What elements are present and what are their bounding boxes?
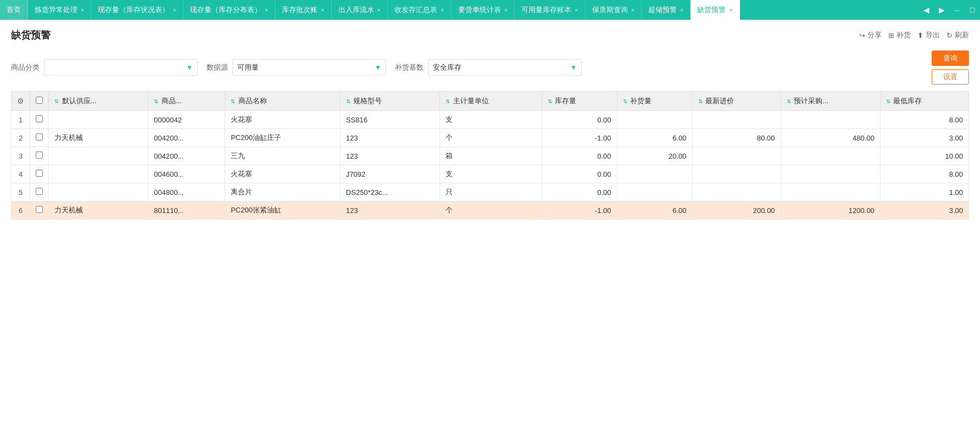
- main-content: 缺货预警 ↪ 分享 ⊞ 补货 ⬆ 导出 ↻ 刷新 商品分类: [0, 20, 980, 437]
- row-unit: 箱: [440, 147, 542, 165]
- row-select-checkbox[interactable]: [36, 133, 43, 141]
- th-estimated-purchase[interactable]: ⇅ 预计采购...: [781, 92, 880, 111]
- sort-icon: ⇅: [154, 98, 158, 104]
- row-estimated-purchase: 1200.00: [781, 201, 880, 220]
- row-min-stock: 8.00: [880, 111, 968, 129]
- row-index: 3: [12, 147, 30, 165]
- row-replenish-qty: [617, 183, 692, 201]
- sort-icon: ⇅: [698, 98, 703, 104]
- close-tab-overstock-warning[interactable]: ×: [680, 7, 683, 13]
- close-tab-inout-flow[interactable]: ×: [377, 7, 381, 13]
- close-tab-batch-account[interactable]: ×: [321, 7, 324, 13]
- tab-expiry-query[interactable]: 保质期查询 ×: [586, 0, 642, 20]
- row-unit: 支: [440, 111, 542, 129]
- tab-home[interactable]: 首页: [0, 0, 28, 20]
- tab-receive-summary[interactable]: 收发存汇总表 ×: [388, 0, 451, 20]
- close-tab-requisition-stats[interactable]: ×: [504, 7, 508, 13]
- tab-batch-account[interactable]: 库存批次账 ×: [275, 0, 331, 20]
- th-unit[interactable]: ⇅ 主计量单位: [440, 92, 542, 111]
- close-tab-exception[interactable]: ×: [81, 7, 84, 13]
- tab-exception[interactable]: 炼货异常处理 ×: [28, 0, 91, 20]
- row-checkbox[interactable]: [30, 147, 49, 165]
- row-select-checkbox[interactable]: [36, 152, 43, 159]
- export-icon: ⬆: [917, 31, 923, 40]
- refresh-button[interactable]: ↻ 刷新: [946, 30, 969, 40]
- header-actions: ↪ 分享 ⊞ 补货 ⬆ 导出 ↻ 刷新: [859, 30, 969, 40]
- row-checkbox[interactable]: [30, 183, 49, 201]
- share-button[interactable]: ↪ 分享: [859, 30, 882, 40]
- minimize-button[interactable]: –: [949, 0, 965, 20]
- tab-requisition-stats[interactable]: 要货单统计表 ×: [452, 0, 515, 20]
- th-stock-qty[interactable]: ⇅ 库存量: [542, 92, 617, 111]
- row-latest-price: 80.00: [692, 129, 781, 147]
- row-select-checkbox[interactable]: [36, 188, 43, 195]
- replenish-base-select-value: 安全库存: [433, 63, 461, 72]
- close-tab-receive-summary[interactable]: ×: [441, 7, 444, 13]
- th-replenish-qty[interactable]: ⇅ 补货量: [617, 92, 692, 111]
- tab-inventory-status[interactable]: 现存量（库存状况表） ×: [91, 0, 183, 20]
- th-product-code[interactable]: ⇅ 商品...: [148, 92, 225, 111]
- page-header: 缺货预警 ↪ 分享 ⊞ 补货 ⬆ 导出 ↻ 刷新: [11, 29, 969, 42]
- settings-button[interactable]: 设置: [932, 69, 969, 85]
- category-label: 商品分类: [11, 63, 40, 72]
- row-product-code: 004200...: [148, 129, 225, 147]
- row-product-code: 004600...: [148, 165, 225, 183]
- row-select-checkbox[interactable]: [36, 115, 43, 122]
- table-row: 4004600...火花塞J7092支0.008.00: [12, 165, 969, 183]
- row-replenish-qty: [617, 165, 692, 183]
- category-select[interactable]: ▼: [44, 59, 198, 76]
- tab-available-ledger[interactable]: 可用量库存账本 ×: [515, 0, 585, 20]
- row-unit: 支: [440, 165, 542, 183]
- row-product-code: 801110...: [148, 201, 225, 220]
- tab-shortage-warning[interactable]: 缺货预警 ×: [691, 0, 739, 20]
- th-latest-price[interactable]: ⇅ 最新进价: [692, 92, 781, 111]
- row-stock-qty: 0.00: [542, 183, 617, 201]
- replenish-base-select[interactable]: 安全库存 ▼: [428, 59, 582, 76]
- th-product-name[interactable]: ⇅ 商品名称: [225, 92, 341, 111]
- row-checkbox[interactable]: [30, 129, 49, 147]
- close-tab-inventory-dist[interactable]: ×: [265, 7, 268, 13]
- refresh-icon: ↻: [946, 31, 953, 40]
- row-select-checkbox[interactable]: [36, 170, 43, 177]
- row-checkbox[interactable]: [30, 201, 49, 220]
- maximize-button[interactable]: □: [965, 0, 980, 20]
- row-unit: 只: [440, 183, 542, 201]
- close-tab-available-ledger[interactable]: ×: [575, 7, 578, 13]
- close-tab-inventory-status[interactable]: ×: [172, 7, 176, 13]
- datasource-filter-group: 数据源 可用量 ▼: [207, 59, 386, 76]
- datasource-select[interactable]: 可用量 ▼: [232, 59, 386, 76]
- table-row: 5004800...离合片DS250*23c...只0.001.00: [12, 183, 969, 201]
- table-row: 3004200...三九123箱0.0020.0010.00: [12, 147, 969, 165]
- th-min-stock[interactable]: ⇅ 最低库存: [880, 92, 968, 111]
- close-tab-expiry-query[interactable]: ×: [631, 7, 634, 13]
- next-tab-button[interactable]: ▶: [934, 0, 949, 20]
- th-spec[interactable]: ⇅ 规格型号: [340, 92, 440, 111]
- row-select-checkbox[interactable]: [36, 206, 43, 213]
- row-latest-price: [692, 183, 781, 201]
- row-checkbox[interactable]: [30, 165, 49, 183]
- row-supplier: [49, 165, 148, 183]
- replenish-base-label: 补货基数: [395, 63, 424, 72]
- row-stock-qty: -1.00: [542, 129, 617, 147]
- export-button[interactable]: ⬆ 导出: [917, 30, 940, 40]
- row-product-code: 0000042: [148, 111, 225, 129]
- th-gear[interactable]: ⚙: [12, 92, 30, 111]
- sort-icon: ⇅: [231, 98, 235, 104]
- row-checkbox[interactable]: [30, 111, 49, 129]
- table-header-row: ⚙ ⇅ 默认供应... ⇅ 商品... ⇅ 商品名称 ⇅: [12, 92, 969, 111]
- row-product-code: 004800...: [148, 183, 225, 201]
- select-all-checkbox[interactable]: [36, 97, 43, 104]
- close-tab-shortage-warning[interactable]: ×: [729, 7, 732, 13]
- prev-tab-button[interactable]: ◀: [918, 0, 934, 20]
- row-estimated-purchase: [781, 183, 880, 201]
- tab-overstock-warning[interactable]: 超储预警 ×: [642, 0, 691, 20]
- replenish-button[interactable]: ⊞ 补货: [888, 30, 911, 40]
- th-checkbox[interactable]: [30, 92, 49, 111]
- tab-inventory-dist[interactable]: 现存量（库存分布表） ×: [183, 0, 275, 20]
- query-button[interactable]: 查询: [932, 51, 969, 66]
- th-default-supplier[interactable]: ⇅ 默认供应...: [49, 92, 148, 111]
- gear-icon[interactable]: ⚙: [17, 97, 24, 105]
- row-unit: 个: [440, 129, 542, 147]
- tab-inout-flow[interactable]: 出入库流水 ×: [332, 0, 388, 20]
- row-product-name: PC200张紧油缸: [225, 201, 341, 220]
